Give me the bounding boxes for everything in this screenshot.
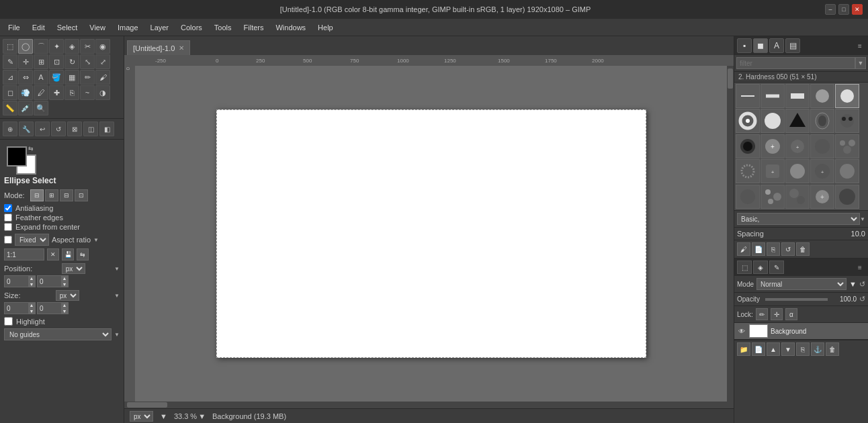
fixed-checkbox[interactable]: [4, 236, 12, 244]
mode-icon-3[interactable]: ↩: [35, 122, 50, 136]
brush-action-paint[interactable]: 🖌: [737, 242, 750, 256]
tool-measure[interactable]: 📏: [3, 101, 17, 115]
canvas-tab-close[interactable]: ✕: [179, 44, 184, 52]
tool-shear[interactable]: ⤢: [95, 54, 110, 69]
brush-action-delete[interactable]: 🗑: [796, 242, 810, 256]
mode-icon-4[interactable]: ↺: [51, 122, 66, 136]
expand-from-center-checkbox[interactable]: [4, 223, 12, 231]
tool-foreground-select[interactable]: ◉: [95, 39, 110, 54]
fixed-select[interactable]: Fixed: [15, 234, 49, 246]
menu-help[interactable]: Help: [312, 22, 339, 33]
brush-cell-25[interactable]: [835, 185, 859, 209]
layer-mode-select[interactable]: Normal: [756, 278, 847, 290]
brush-cell-12[interactable]: +: [761, 134, 785, 158]
tab-paths[interactable]: ✎: [769, 261, 784, 274]
brush-filter-input[interactable]: [736, 57, 855, 69]
horizontal-scrollbar-thumb[interactable]: [127, 402, 167, 408]
position-unit-select[interactable]: px: [62, 263, 85, 274]
brush-cell-5[interactable]: [835, 84, 859, 108]
guides-select[interactable]: No guides: [4, 328, 112, 340]
brush-cell-23[interactable]: [785, 185, 810, 209]
tool-align[interactable]: ⊞: [34, 54, 48, 69]
layer-item-background[interactable]: 👁 Background: [734, 323, 868, 340]
tool-pencil[interactable]: ✏: [80, 70, 95, 85]
tool-scissors[interactable]: ✂: [80, 39, 95, 54]
tool-perspective[interactable]: ⊿: [3, 70, 17, 85]
tool-heal[interactable]: ✚: [49, 85, 64, 100]
feather-edges-checkbox[interactable]: [4, 214, 12, 222]
tool-free-select[interactable]: ⌒: [34, 39, 48, 54]
brush-cell-2[interactable]: [761, 84, 785, 108]
tool-fuzzy-select[interactable]: ✦: [49, 39, 64, 54]
tab-channels[interactable]: ◈: [753, 261, 768, 274]
brush-cell-16[interactable]: [736, 159, 760, 183]
mode-icon-5[interactable]: ⊠: [67, 122, 82, 136]
size-unit-select[interactable]: px: [56, 290, 79, 301]
tool-scale[interactable]: ⤡: [80, 54, 95, 69]
brush-cell-20[interactable]: [835, 159, 859, 183]
swap-colors-icon[interactable]: ⇆: [28, 145, 34, 152]
tab-gradients[interactable]: ▤: [785, 38, 800, 53]
tab-brushes-pattern[interactable]: ▪: [737, 38, 752, 53]
size-y-down[interactable]: ▼: [61, 308, 68, 314]
brush-action-new[interactable]: 📄: [752, 242, 765, 256]
brush-cell-3[interactable]: [785, 84, 810, 108]
size-x-input[interactable]: [5, 304, 28, 313]
tool-paths[interactable]: ✎: [3, 54, 17, 69]
tool-clone[interactable]: ⎘: [64, 85, 79, 100]
menu-edit[interactable]: Edit: [27, 22, 50, 33]
canvas-tab[interactable]: [Untitled]-1.0 ✕: [127, 40, 190, 55]
tab-layers[interactable]: ⬚: [737, 261, 752, 274]
unit-select[interactable]: px: [130, 411, 153, 422]
mode-icon-6[interactable]: ◫: [83, 122, 98, 136]
tool-flip[interactable]: ⇔: [18, 70, 33, 85]
tool-paintbrush[interactable]: 🖌: [95, 70, 110, 85]
brush-cell-6[interactable]: [736, 109, 760, 133]
brush-cell-8[interactable]: [785, 109, 810, 133]
brush-cell-19[interactable]: +: [810, 159, 834, 183]
brush-cell-9[interactable]: [810, 109, 834, 133]
tab-fonts[interactable]: A: [769, 38, 784, 53]
brush-cell-22[interactable]: [761, 185, 785, 209]
mode-subtract-button[interactable]: ⊟: [60, 189, 73, 201]
tool-select-by-color[interactable]: ◈: [64, 39, 79, 54]
foreground-color[interactable]: [7, 146, 27, 167]
tool-airbrush[interactable]: 💨: [18, 85, 33, 100]
tool-rotate[interactable]: ↻: [64, 54, 79, 69]
vertical-scrollbar-thumb[interactable]: [728, 68, 733, 89]
brush-cell-13[interactable]: +: [785, 134, 810, 158]
brush-cell-21[interactable]: [736, 185, 760, 209]
mode-icon-7[interactable]: ◧: [99, 122, 114, 136]
size-x-up[interactable]: ▲: [28, 302, 35, 308]
panel-menu-button[interactable]: ≡: [855, 40, 865, 51]
vertical-scrollbar[interactable]: [727, 66, 734, 402]
close-button[interactable]: ✕: [852, 4, 863, 15]
tool-eraser[interactable]: ◻: [3, 85, 17, 100]
size-y-input[interactable]: [38, 304, 61, 313]
tool-crop[interactable]: ⊡: [49, 54, 64, 69]
tool-bucket[interactable]: 🪣: [49, 70, 64, 85]
ratio-clear-button[interactable]: ✕: [47, 248, 59, 261]
menu-layer[interactable]: Layer: [145, 22, 175, 33]
tool-move[interactable]: ✛: [18, 54, 33, 69]
lock-position-button[interactable]: ✛: [771, 308, 783, 320]
menu-colors[interactable]: Colors: [175, 22, 208, 33]
brush-filter-dropdown[interactable]: ▼: [855, 57, 866, 69]
brush-cell-10[interactable]: [835, 109, 859, 133]
menu-select[interactable]: Select: [52, 22, 83, 33]
ratio-save-button[interactable]: 💾: [62, 248, 74, 261]
lock-pixels-button[interactable]: ✏: [756, 308, 768, 320]
menu-windows[interactable]: Windows: [270, 22, 311, 33]
mode-intersect-button[interactable]: ⊡: [75, 189, 88, 201]
raise-layer-button[interactable]: ▲: [767, 342, 780, 356]
menu-image[interactable]: Image: [112, 22, 144, 33]
position-y-up[interactable]: ▲: [61, 275, 68, 281]
lower-layer-button[interactable]: ▼: [781, 342, 795, 356]
position-x-down[interactable]: ▼: [28, 281, 35, 287]
brush-preset-select[interactable]: Basic,: [737, 213, 860, 225]
layer-visibility-icon[interactable]: 👁: [737, 326, 746, 336]
tool-ink[interactable]: 🖊: [34, 85, 48, 100]
layers-panel-menu[interactable]: ≡: [855, 262, 865, 273]
horizontal-scrollbar[interactable]: [124, 402, 734, 408]
antialiasing-checkbox[interactable]: [4, 204, 12, 212]
